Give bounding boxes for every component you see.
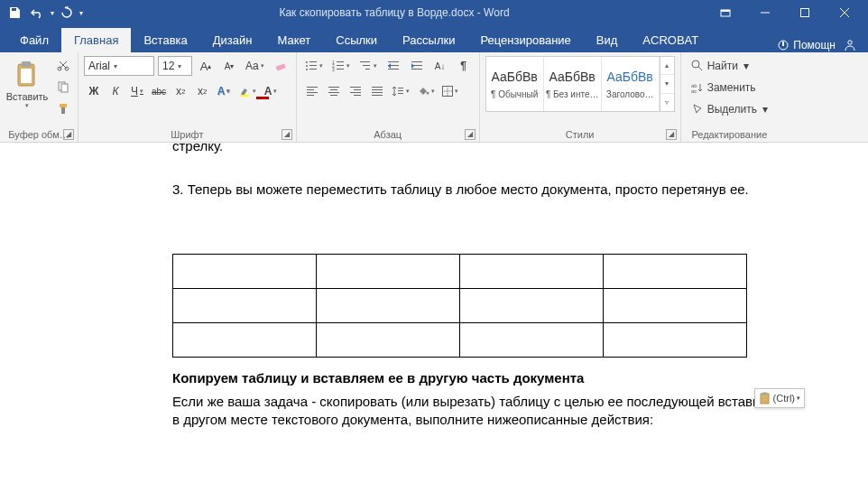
ribbon-display-options[interactable]	[706, 0, 745, 25]
subscript-button[interactable]: x2	[171, 81, 190, 101]
svg-rect-1	[721, 10, 730, 12]
svg-rect-31	[363, 65, 370, 66]
svg-rect-56	[398, 90, 403, 91]
undo-button[interactable]	[27, 2, 49, 23]
select-button[interactable]: Выделить▾	[687, 99, 772, 119]
close-button[interactable]	[825, 0, 864, 25]
sort-button[interactable]: A↓	[430, 56, 450, 76]
borders-button[interactable]: ▾	[439, 81, 461, 101]
svg-point-6	[848, 41, 852, 44]
increase-indent-button[interactable]	[407, 56, 427, 76]
tab-acrobat[interactable]: ACROBAT	[630, 28, 711, 52]
doc-paragraph-1: 3. Теперь вы можете переместить таблицу …	[172, 181, 768, 199]
style-normal[interactable]: АаБбВв¶ Обычный	[486, 57, 544, 111]
svg-rect-38	[411, 69, 422, 70]
strikethrough-button[interactable]: abc	[149, 81, 169, 101]
style-no-spacing[interactable]: АаБбВв¶ Без инте…	[544, 57, 602, 111]
text-effects-button[interactable]: A▾	[214, 81, 234, 101]
save-button[interactable]	[4, 2, 25, 23]
svg-rect-45	[328, 92, 339, 93]
gallery-up[interactable]: ▴	[660, 57, 674, 75]
show-marks-button[interactable]: ¶	[454, 56, 474, 76]
tab-references[interactable]: Ссылки	[323, 28, 390, 52]
grow-font-button[interactable]: A▴	[196, 56, 216, 76]
decrease-indent-button[interactable]	[383, 56, 403, 76]
doc-heading-1: Копируем таблицу и вставляем ее в другую…	[172, 370, 768, 386]
svg-rect-30	[360, 61, 370, 62]
styles-dialog-launcher[interactable]: ◢	[666, 129, 677, 140]
line-spacing-button[interactable]: ▾	[389, 81, 412, 101]
bullets-button[interactable]: ▾	[302, 56, 326, 76]
svg-rect-15	[61, 107, 65, 114]
window-buttons	[706, 0, 864, 25]
superscript-button[interactable]: x2	[192, 81, 212, 101]
paste-button[interactable]: Вставить ▾	[5, 56, 49, 123]
svg-rect-50	[354, 95, 361, 96]
clipboard-dialog-launcher[interactable]: ◢	[63, 129, 74, 140]
replace-button[interactable]: abacЗаменить	[687, 78, 772, 98]
find-button[interactable]: Найти▾	[687, 56, 772, 76]
editing-group-label: Редактирование	[687, 127, 772, 140]
svg-rect-27	[337, 65, 344, 66]
tab-insert[interactable]: Вставка	[131, 28, 199, 52]
share-button[interactable]	[843, 38, 857, 52]
clear-formatting-button[interactable]	[271, 56, 291, 76]
shrink-font-button[interactable]: A▾	[219, 56, 239, 76]
svg-point-22	[306, 69, 308, 70]
gallery-down[interactable]: ▾	[660, 75, 674, 93]
maximize-button[interactable]	[785, 0, 825, 25]
tab-home[interactable]: Главная	[61, 28, 131, 52]
italic-button[interactable]: К	[106, 81, 125, 101]
group-styles: АаБбВв¶ Обычный АаБбВв¶ Без инте… АаБбВв…	[480, 52, 681, 142]
paragraph-group-label: Абзац◢	[302, 127, 474, 140]
gallery-more[interactable]: ▿	[660, 94, 674, 111]
svg-rect-17	[240, 95, 249, 97]
paste-options-button[interactable]: (Ctrl) ▾	[754, 388, 805, 408]
svg-rect-39	[307, 87, 318, 88]
font-color-button[interactable]: A▾	[261, 81, 281, 101]
multilevel-list-button[interactable]: ▾	[356, 56, 380, 76]
cut-button[interactable]	[54, 56, 72, 74]
tab-file[interactable]: Файл	[7, 28, 61, 52]
font-size-combo[interactable]: 12▾	[158, 56, 192, 76]
align-right-button[interactable]	[346, 81, 365, 101]
format-painter-button[interactable]	[54, 99, 72, 117]
font-group-label: Шрифт◢	[84, 127, 291, 140]
svg-rect-14	[60, 104, 67, 107]
svg-rect-16	[275, 63, 285, 70]
tab-layout[interactable]: Макет	[264, 28, 323, 52]
align-left-button[interactable]	[302, 81, 322, 101]
ribbon: Вставить ▾ Буфер обм…◢ Arial▾ 12▾ A▴ A▾ …	[0, 52, 868, 143]
shading-button[interactable]: ▾	[414, 81, 438, 101]
undo-dropdown[interactable]: ▾	[51, 9, 54, 17]
minimize-button[interactable]	[745, 0, 785, 25]
copy-button[interactable]	[54, 78, 72, 96]
paragraph-dialog-launcher[interactable]: ◢	[465, 129, 476, 140]
style-heading1[interactable]: АаБбВвЗаголово…	[602, 57, 660, 111]
tab-view[interactable]: Вид	[584, 28, 631, 52]
bold-button[interactable]: Ж	[84, 81, 104, 101]
svg-rect-41	[307, 92, 318, 93]
svg-rect-9	[21, 69, 32, 83]
align-center-button[interactable]	[324, 81, 344, 101]
numbering-button[interactable]: 123▾	[329, 56, 353, 76]
document-area[interactable]: стрелку. 3. Теперь вы можете переместить…	[0, 143, 868, 502]
change-case-button[interactable]: Aa▾	[243, 56, 267, 76]
table-row	[173, 322, 747, 357]
tab-design[interactable]: Дизайн	[200, 28, 265, 52]
font-name-combo[interactable]: Arial▾	[84, 56, 154, 76]
paste-label: Вставить	[6, 91, 49, 102]
redo-button[interactable]	[56, 2, 78, 23]
copy-icon	[57, 80, 69, 93]
svg-rect-32	[365, 69, 370, 70]
tab-mailings[interactable]: Рассылки	[390, 28, 467, 52]
document-table[interactable]	[172, 254, 747, 358]
svg-rect-44	[330, 89, 337, 90]
tell-me[interactable]: Помощн	[777, 39, 836, 51]
svg-rect-35	[388, 69, 399, 70]
tab-review[interactable]: Рецензирование	[467, 28, 583, 52]
justify-button[interactable]	[367, 81, 387, 101]
underline-button[interactable]: Ч▾	[127, 81, 147, 101]
svg-rect-13	[61, 84, 68, 92]
font-dialog-launcher[interactable]: ◢	[282, 129, 292, 140]
